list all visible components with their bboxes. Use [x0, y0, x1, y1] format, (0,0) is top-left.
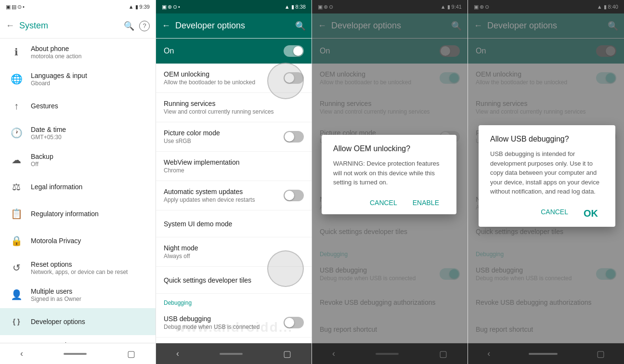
toolbar-2: ← Developer options 🔍	[156, 13, 312, 39]
datetime-title: Date & time	[31, 126, 148, 133]
nav-gestures[interactable]: ↑ Gestures	[0, 92, 156, 119]
setting-usb[interactable]: USB debugging Debug mode when USB is con…	[156, 308, 312, 338]
nav-privacy[interactable]: 🔒 Motorola Privacy	[0, 227, 156, 254]
toolbar-1: ← System 🔍 ?	[0, 13, 156, 39]
oem-sub: Allow the bootloader to be unlocked	[164, 79, 255, 86]
updates-icon: 🔄	[8, 340, 25, 343]
status-bar-2: ▣ ⊕ ⊙ • ▲ ▮ 8:38	[156, 0, 312, 13]
datetime-sub: GMT+05:30	[31, 134, 148, 141]
back-icon-2[interactable]: ←	[162, 21, 170, 31]
panel-usb-dialog: ▣ ⊕ ⊙ ▲ ▮ 8:40 ← Developer options 🔍 On …	[468, 0, 624, 364]
usb-circle-highlight	[267, 250, 304, 287]
debugging-label-2: Debugging	[156, 294, 312, 308]
color-title: Picture color mode	[164, 129, 220, 137]
uidemo-title: System UI demo mode	[164, 220, 304, 228]
toggle-thumb-2	[293, 46, 303, 56]
nav-backup[interactable]: ☁ Backup Off	[0, 146, 156, 173]
status-left-icons: ▣ ▤ ⊙ •	[6, 4, 25, 10]
search-icon-2[interactable]: 🔍	[295, 21, 306, 31]
nav-list: ℹ About phone motorola one action 🌐 Lang…	[0, 39, 156, 343]
backup-icon: ☁	[8, 151, 25, 169]
back-btn-1[interactable]: ‹	[20, 349, 23, 359]
lang-title: Languages & input	[31, 72, 148, 79]
status-right: ▲ ▮ 9:39	[129, 4, 150, 10]
legal-title: Legal information	[31, 183, 148, 191]
usb-cancel-btn[interactable]: Cancel	[535, 204, 574, 223]
reset-title: Reset options	[31, 260, 148, 268]
running-sub: View and control currently running servi…	[164, 108, 304, 115]
users-icon: 👤	[8, 286, 25, 303]
nav-developer[interactable]: { } Developer options	[0, 308, 156, 335]
status-bar-1: ▣ ▤ ⊙ • ▲ ▮ 9:39	[0, 0, 156, 13]
dev-title: Developer options	[31, 318, 148, 325]
autoupdate-title: Automatic system updates	[164, 188, 255, 195]
panel-developer: ▣ ⊕ ⊙ • ▲ ▮ 8:38 ← Developer options 🔍 O…	[156, 0, 312, 364]
status-left-2: ▣ ⊕ ⊙ •	[162, 4, 180, 10]
users-sub: Signed in as Owner	[31, 296, 148, 302]
oem-dialog-buttons: Cancel Enable	[333, 195, 445, 210]
back-btn-2[interactable]: ‹	[176, 349, 179, 359]
users-title: Multiple users	[31, 287, 148, 295]
notif-icon3: ⊙	[17, 4, 22, 10]
about-icon: ℹ	[8, 43, 25, 61]
notif-icon2: ▤	[12, 4, 16, 10]
setting-colormode[interactable]: Picture color mode Use sRGB	[156, 122, 312, 152]
usb-sub: Debug mode when USB is connected	[164, 324, 260, 330]
autoupdate-toggle[interactable]	[284, 190, 304, 201]
time-1: 9:39	[140, 4, 150, 10]
usb-dialog-buttons: Cancel OK	[490, 204, 604, 223]
oem-enable-btn[interactable]: Enable	[407, 195, 445, 210]
oem-circle-highlight	[267, 63, 304, 99]
nav-languages[interactable]: 🌐 Languages & input Gboard	[0, 65, 156, 92]
nav-updates[interactable]: 🔄 System updates Updated to Android 9	[0, 335, 156, 343]
reset-sub: Network, apps, or device can be reset	[31, 269, 148, 275]
about-sub: motorola one action	[31, 53, 148, 60]
help-icon-1[interactable]: ?	[139, 21, 150, 31]
notif-2a: ▣	[162, 4, 167, 10]
search-icon-1[interactable]: 🔍	[124, 21, 134, 31]
nav-users[interactable]: 👤 Multiple users Signed in as Owner	[0, 281, 156, 308]
recents-btn-2[interactable]: ▢	[283, 349, 291, 359]
oem-cancel-btn[interactable]: Cancel	[364, 195, 403, 210]
panel-oem-dialog: ▣ ⊕ ⊙ ▲ ▮ 9:41 ← Developer options 🔍 On …	[312, 0, 468, 364]
oem-dialog[interactable]: Allow OEM unlocking? WARNING: Device pro…	[322, 135, 456, 214]
color-toggle[interactable]	[284, 131, 304, 143]
battery-2: ▮	[291, 4, 294, 10]
oem-dialog-title: Allow OEM unlocking?	[333, 144, 445, 153]
time-2: 8:38	[296, 4, 306, 10]
gesture-icon: ↑	[8, 97, 25, 115]
regulatory-icon: 📋	[8, 205, 25, 222]
recents-btn-1[interactable]: ▢	[127, 349, 135, 359]
lang-icon: 🌐	[8, 70, 25, 88]
regulatory-title: Regulatory information	[31, 210, 148, 218]
wifi-2: ▲	[285, 4, 290, 10]
about-title: About phone	[31, 45, 148, 52]
setting-autoupdate[interactable]: Automatic system updates Apply updates w…	[156, 181, 312, 210]
wifi-icon: ▲	[129, 4, 134, 10]
back-icon-1[interactable]: ←	[6, 21, 14, 31]
panel-system: ▣ ▤ ⊙ • ▲ ▮ 9:39 ← System 🔍 ? ℹ About ph…	[0, 0, 156, 364]
on-header-2[interactable]: On	[156, 39, 312, 64]
gesture-title: Gestures	[31, 102, 148, 110]
toolbar-title-2: Developer options	[175, 21, 290, 31]
usb-toggle[interactable]	[284, 317, 304, 328]
setting-revoke[interactable]: Revoke USB debugging authorizations	[156, 338, 312, 343]
reset-icon: ↺	[8, 259, 25, 276]
notif-icon: ▣	[6, 4, 11, 10]
usb-ok-btn[interactable]: OK	[578, 204, 604, 223]
setting-webview[interactable]: WebView implementation Chrome	[156, 152, 312, 181]
webview-sub: Chrome	[164, 167, 304, 174]
oem-dialog-body: WARNING: Device protection features will…	[333, 159, 445, 187]
running-title: Running services	[164, 100, 304, 107]
nav-legal[interactable]: ⚖ Legal information	[0, 173, 156, 200]
setting-uidemo[interactable]: System UI demo mode	[156, 210, 312, 237]
nav-reset[interactable]: ↺ Reset options Network, apps, or device…	[0, 254, 156, 281]
privacy-icon: 🔒	[8, 232, 25, 249]
nav-datetime[interactable]: 🕐 Date & time GMT+05:30	[0, 119, 156, 146]
status-right-2: ▲ ▮ 8:38	[285, 4, 306, 10]
nav-regulatory[interactable]: 📋 Regulatory information	[0, 200, 156, 227]
on-toggle-2[interactable]	[284, 45, 304, 57]
bottom-nav-1: ‹ ▢	[0, 343, 156, 364]
nav-about-phone[interactable]: ℹ About phone motorola one action	[0, 39, 156, 65]
usb-dialog[interactable]: Allow USB debugging? USB debugging is in…	[479, 125, 615, 227]
